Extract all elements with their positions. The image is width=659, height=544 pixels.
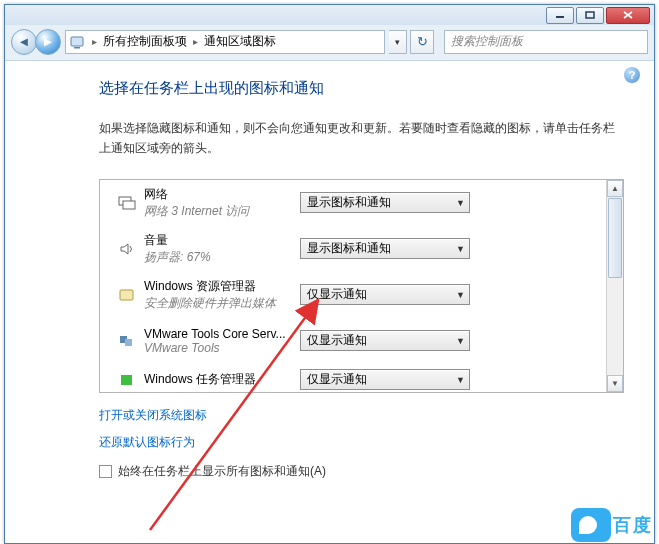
- svg-rect-2: [71, 37, 83, 46]
- forward-button[interactable]: ►: [35, 29, 61, 55]
- help-icon[interactable]: ?: [624, 67, 640, 83]
- navigation-row: ◄ ► ▸ 所有控制面板项 ▸ 通知区域图标 ▾ ↻ 搜索控制面板: [5, 25, 654, 58]
- behavior-dropdown[interactable]: 显示图标和通知▼: [300, 192, 470, 213]
- refresh-button[interactable]: ↻: [410, 30, 434, 54]
- scrollbar[interactable]: ▲ ▼: [606, 180, 623, 392]
- content-pane: ? 选择在任务栏上出现的图标和通知 如果选择隐藏图标和通知，则不会向您通知更改和…: [5, 60, 654, 543]
- item-title: Windows 资源管理器: [144, 278, 300, 295]
- control-panel-icon: [70, 35, 86, 49]
- maximize-button[interactable]: [576, 7, 604, 24]
- item-title: Windows 任务管理器: [144, 371, 300, 388]
- item-subtitle: 安全删除硬件并弹出媒体: [144, 295, 300, 312]
- breadcrumb-level2[interactable]: 通知区域图标: [204, 33, 276, 50]
- svg-rect-1: [586, 12, 594, 18]
- vmware-icon: [116, 333, 138, 349]
- restore-defaults-link[interactable]: 还原默认图标行为: [99, 434, 624, 451]
- address-dropdown[interactable]: ▾: [389, 30, 407, 54]
- watermark: 百度: [571, 508, 653, 542]
- always-show-row: 始终在任务栏上显示所有图标和通知(A): [99, 463, 624, 480]
- back-button[interactable]: ◄: [11, 29, 37, 55]
- chevron-down-icon: ▼: [456, 375, 465, 385]
- close-button[interactable]: [606, 7, 650, 24]
- item-subtitle: 扬声器: 67%: [144, 249, 300, 266]
- scroll-up-button[interactable]: ▲: [607, 180, 623, 197]
- minimize-button[interactable]: [546, 7, 574, 24]
- chevron-right-icon: ▸: [92, 36, 97, 47]
- item-title: 音量: [144, 232, 300, 249]
- address-bar[interactable]: ▸ 所有控制面板项 ▸ 通知区域图标: [65, 30, 385, 54]
- search-input[interactable]: 搜索控制面板: [444, 30, 648, 54]
- svg-rect-9: [121, 375, 132, 385]
- always-show-label: 始终在任务栏上显示所有图标和通知(A): [118, 463, 326, 480]
- chevron-right-icon: ▸: [193, 36, 198, 47]
- svg-rect-3: [74, 47, 80, 49]
- list-item: 音量扬声器: 67% 显示图标和通知▼: [100, 226, 605, 272]
- behavior-dropdown[interactable]: 仅显示通知▼: [300, 284, 470, 305]
- taskmgr-icon: [116, 372, 138, 388]
- chevron-down-icon: ▼: [456, 198, 465, 208]
- list-item: VMware Tools Core Serv...VMware Tools 仅显…: [100, 318, 605, 364]
- item-title: 网络: [144, 186, 300, 203]
- page-description: 如果选择隐藏图标和通知，则不会向您通知更改和更新。若要随时查看隐藏的图标，请单击…: [99, 118, 624, 159]
- behavior-dropdown[interactable]: 仅显示通知▼: [300, 369, 470, 390]
- page-heading: 选择在任务栏上出现的图标和通知: [99, 79, 624, 98]
- list-item: Windows 资源管理器安全删除硬件并弹出媒体 仅显示通知▼: [100, 272, 605, 318]
- icon-list: 网络网络 3 Internet 访问 显示图标和通知▼ 音量扬声器: 67% 显…: [99, 179, 624, 393]
- chevron-down-icon: ▼: [456, 336, 465, 346]
- scroll-thumb[interactable]: [608, 198, 622, 278]
- item-subtitle: 网络 3 Internet 访问: [144, 203, 300, 220]
- svg-rect-0: [556, 16, 564, 18]
- system-icons-link[interactable]: 打开或关闭系统图标: [99, 407, 624, 424]
- window-frame: ◄ ► ▸ 所有控制面板项 ▸ 通知区域图标 ▾ ↻ 搜索控制面板 ? 选择在任…: [4, 4, 655, 544]
- svg-rect-6: [120, 290, 133, 300]
- breadcrumb-level1[interactable]: 所有控制面板项: [103, 33, 187, 50]
- behavior-dropdown[interactable]: 显示图标和通知▼: [300, 238, 470, 259]
- item-subtitle: VMware Tools: [144, 341, 300, 355]
- watermark-text: 百度: [613, 513, 653, 537]
- chevron-down-icon: ▼: [456, 244, 465, 254]
- svg-rect-5: [123, 201, 135, 209]
- always-show-checkbox[interactable]: [99, 465, 112, 478]
- volume-icon: [116, 241, 138, 257]
- explorer-icon: [116, 287, 138, 303]
- scroll-down-button[interactable]: ▼: [607, 375, 623, 392]
- list-item: Windows 任务管理器 仅显示通知▼: [100, 364, 605, 392]
- watermark-icon: [571, 508, 611, 542]
- titlebar: [5, 5, 654, 25]
- item-title: VMware Tools Core Serv...: [144, 327, 300, 341]
- network-icon: [116, 195, 138, 211]
- list-item: 网络网络 3 Internet 访问 显示图标和通知▼: [100, 180, 605, 226]
- behavior-dropdown[interactable]: 仅显示通知▼: [300, 330, 470, 351]
- chevron-down-icon: ▼: [456, 290, 465, 300]
- svg-rect-8: [125, 339, 132, 346]
